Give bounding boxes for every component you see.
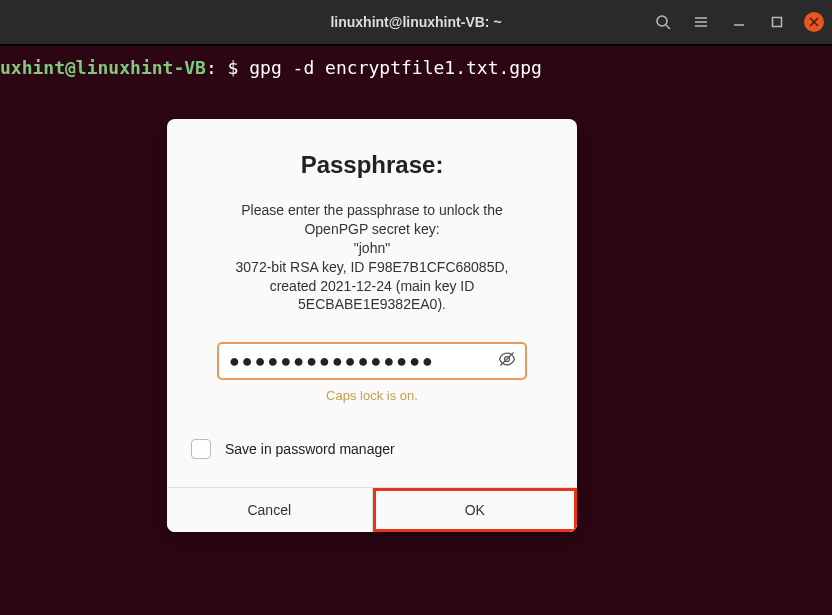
svg-line-1	[666, 25, 670, 29]
passphrase-input[interactable]	[217, 342, 527, 380]
passphrase-field-wrapper	[217, 342, 527, 380]
menu-icon[interactable]	[690, 11, 712, 33]
window-title: linuxhint@linuxhint-VB: ~	[330, 14, 501, 30]
msg-line: 3072-bit RSA key, ID F98E7B1CFC68085D,	[236, 259, 509, 275]
msg-line: "john"	[354, 240, 390, 256]
terminal-line: uxhint@linuxhint-VB: $ gpg -d encryptfil…	[0, 56, 832, 79]
msg-line: Please enter the passphrase to unlock th…	[241, 202, 503, 218]
minimize-button[interactable]	[728, 11, 750, 33]
svg-point-0	[657, 16, 667, 26]
save-password-label: Save in password manager	[225, 441, 395, 457]
passphrase-dialog: Passphrase: Please enter the passphrase …	[167, 119, 577, 532]
prompt-separator: : $	[206, 57, 239, 78]
save-password-row: Save in password manager	[191, 439, 553, 459]
ok-button[interactable]: OK	[373, 488, 578, 532]
msg-line: OpenPGP secret key:	[304, 221, 439, 237]
window-titlebar: linuxhint@linuxhint-VB: ~	[0, 0, 832, 46]
visibility-toggle-icon[interactable]	[497, 349, 517, 373]
prompt-user: uxhint@linuxhint-VB	[0, 57, 206, 78]
cancel-button[interactable]: Cancel	[167, 488, 373, 532]
msg-line: created 2021-12-24 (main key ID	[270, 278, 475, 294]
maximize-button[interactable]	[766, 11, 788, 33]
dialog-message: Please enter the passphrase to unlock th…	[191, 201, 553, 314]
save-password-checkbox[interactable]	[191, 439, 211, 459]
dialog-title: Passphrase:	[191, 151, 553, 179]
terminal-command: gpg -d encryptfile1.txt.gpg	[249, 57, 542, 78]
titlebar-controls	[652, 11, 824, 33]
svg-rect-6	[773, 18, 782, 27]
dialog-body: Passphrase: Please enter the passphrase …	[167, 119, 577, 487]
msg-line: 5ECBABE1E9382EA0).	[298, 296, 446, 312]
caps-lock-warning: Caps lock is on.	[191, 388, 553, 403]
dialog-buttons: Cancel OK	[167, 487, 577, 532]
search-icon[interactable]	[652, 11, 674, 33]
close-button[interactable]	[804, 12, 824, 32]
